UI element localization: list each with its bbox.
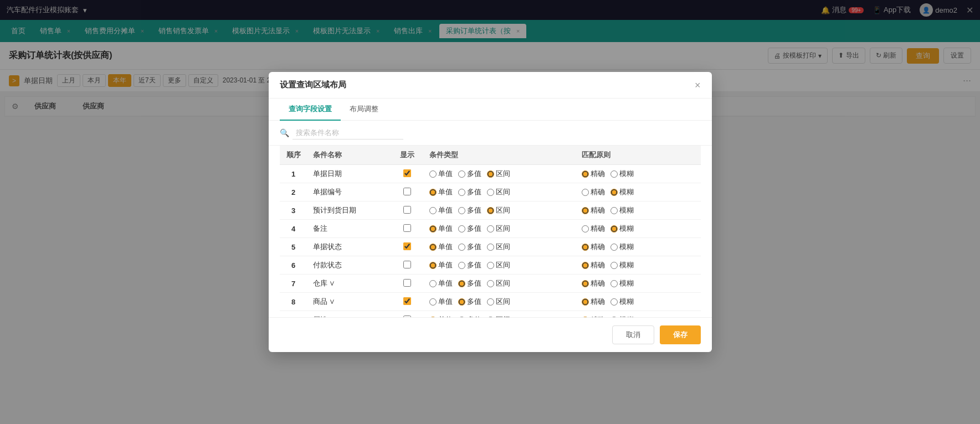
dialog-close-button[interactable]: × bbox=[695, 80, 701, 90]
dialog-tabs: 查询字段设置 布局调整 bbox=[269, 99, 712, 121]
tab-layout-adjust[interactable]: 布局调整 bbox=[341, 99, 387, 121]
tab-query-fields[interactable]: 查询字段设置 bbox=[280, 99, 341, 121]
dialog-overlay: 设置查询区域布局 × 查询字段设置 布局调整 🔍 顺序 bbox=[0, 0, 980, 121]
dialog-search-area: 🔍 bbox=[269, 121, 712, 121]
dialog-header: 设置查询区域布局 × bbox=[269, 72, 712, 99]
dialog-title: 设置查询区域布局 bbox=[280, 80, 346, 90]
settings-dialog: 设置查询区域布局 × 查询字段设置 布局调整 🔍 顺序 bbox=[269, 72, 712, 121]
